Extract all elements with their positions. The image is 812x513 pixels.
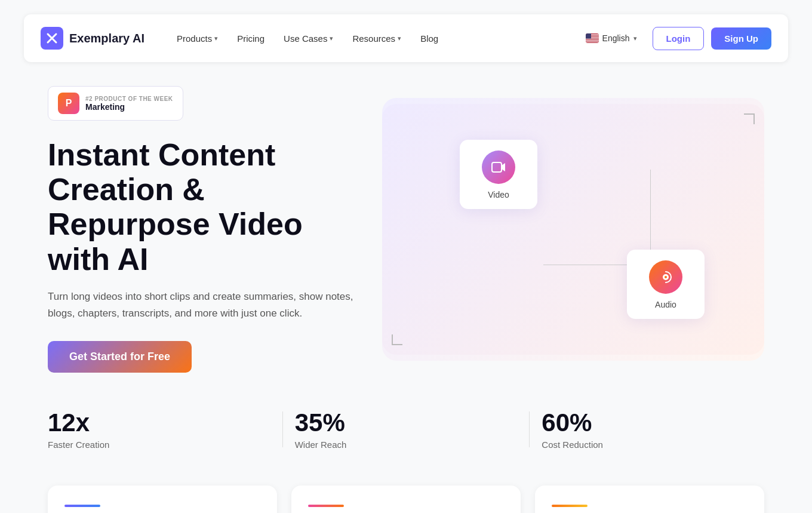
stat-2: 35% Wider Reach xyxy=(295,397,518,462)
audio-card: Audio xyxy=(627,250,705,319)
badge-text: #2 PRODUCT OF THE WEEK Marketing xyxy=(85,96,173,112)
nav-blog[interactable]: Blog xyxy=(412,29,447,48)
hero-illustration: Video Audio xyxy=(382,98,764,361)
language-label: English xyxy=(602,33,630,43)
stat-label-1: Faster Creation xyxy=(48,440,270,450)
stat-divider-1 xyxy=(282,411,283,447)
stat-1: 12x Faster Creation xyxy=(48,397,270,462)
cta-button[interactable]: Get Started for Free xyxy=(48,341,192,373)
video-card-label: Video xyxy=(488,190,509,199)
svg-rect-5 xyxy=(586,40,599,41)
corner-decoration xyxy=(392,334,402,345)
navbar: Exemplary AI Products ▾ Pricing Use Case… xyxy=(24,14,788,62)
svg-point-10 xyxy=(665,276,667,278)
hero-left: P #2 PRODUCT OF THE WEEK Marketing Insta… xyxy=(48,86,358,373)
nav-use-cases[interactable]: Use Cases ▾ xyxy=(275,29,342,48)
bottom-cards-section xyxy=(24,480,788,513)
audio-icon xyxy=(649,260,682,294)
nav-right: English ▾ Login Sign Up xyxy=(577,27,771,50)
logo-icon xyxy=(41,27,63,50)
video-icon xyxy=(482,150,515,184)
hero-canvas: Video Audio xyxy=(382,104,764,355)
product-of-week-badge[interactable]: P #2 PRODUCT OF THE WEEK Marketing xyxy=(48,86,183,121)
svg-rect-6 xyxy=(586,42,599,42)
hero-title: Instant Content Creation & Repurpose Vid… xyxy=(48,137,358,277)
chevron-down-icon: ▾ xyxy=(330,35,333,42)
stat-label-3: Cost Reduction xyxy=(542,440,764,450)
chevron-down-icon: ▾ xyxy=(214,35,218,42)
svg-rect-7 xyxy=(586,33,591,39)
video-card: Video xyxy=(460,140,537,209)
signup-button[interactable]: Sign Up xyxy=(711,27,771,50)
badge-label: #2 PRODUCT OF THE WEEK xyxy=(85,96,173,102)
stats-section: 12x Faster Creation 35% Wider Reach 60% … xyxy=(24,385,788,480)
stat-number-1: 12x xyxy=(48,408,270,437)
svg-rect-4 xyxy=(586,39,599,39)
nav-pricing[interactable]: Pricing xyxy=(229,29,273,48)
nav-resources[interactable]: Resources ▾ xyxy=(344,29,410,48)
badge-icon: P xyxy=(58,93,79,114)
login-button[interactable]: Login xyxy=(653,27,705,50)
flag-icon xyxy=(586,33,599,43)
bottom-card-2 xyxy=(291,486,521,513)
chevron-down-icon: ▾ xyxy=(398,35,401,42)
corner-decoration xyxy=(744,113,755,124)
audio-card-label: Audio xyxy=(655,300,676,309)
stat-number-2: 35% xyxy=(295,408,518,437)
stat-divider-2 xyxy=(529,411,530,447)
card-accent-blue xyxy=(64,505,100,507)
chevron-down-icon: ▾ xyxy=(633,35,637,42)
nav-products[interactable]: Products ▾ xyxy=(168,29,226,48)
card-accent-orange xyxy=(552,505,588,507)
stat-number-3: 60% xyxy=(542,408,764,437)
stat-3: 60% Cost Reduction xyxy=(542,397,764,462)
hero-section: P #2 PRODUCT OF THE WEEK Marketing Insta… xyxy=(24,62,788,385)
bottom-card-1 xyxy=(48,486,277,513)
badge-value: Marketing xyxy=(85,102,173,112)
logo-link[interactable]: Exemplary AI xyxy=(41,27,144,50)
bottom-card-3 xyxy=(535,486,764,513)
card-accent-pink xyxy=(308,505,344,507)
language-selector[interactable]: English ▾ xyxy=(577,29,645,48)
nav-links: Products ▾ Pricing Use Cases ▾ Resources… xyxy=(168,29,577,48)
stat-label-2: Wider Reach xyxy=(295,440,518,450)
logo-text: Exemplary AI xyxy=(69,32,144,45)
svg-rect-8 xyxy=(492,162,502,172)
hero-description: Turn long videos into short clips and cr… xyxy=(48,288,358,322)
